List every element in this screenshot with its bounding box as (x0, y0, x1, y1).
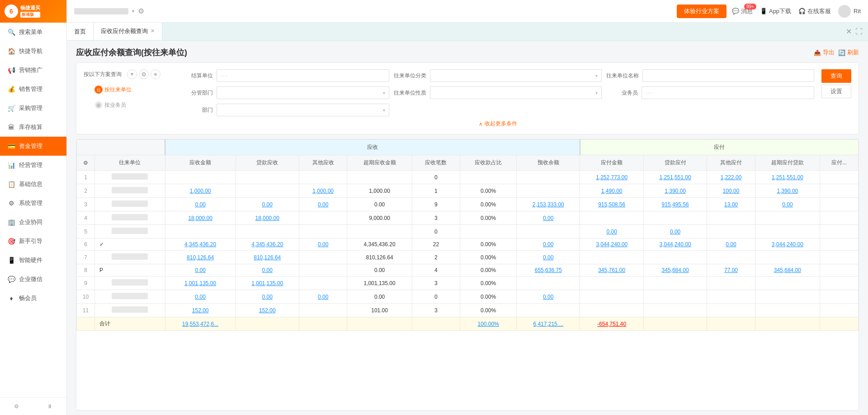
tab-home[interactable]: 首页 (67, 23, 94, 40)
table-row: 500.000.00 (77, 225, 859, 239)
unit-name-input[interactable] (642, 69, 814, 82)
table-row: 7810,126.64810,126.64810,126.6420.00%0.0… (77, 251, 859, 264)
sidebar-settings-btn[interactable]: ⚙ (10, 401, 23, 411)
blurred-name (112, 228, 148, 234)
page-actions: 📤 导出 🔄 刷新 (814, 48, 859, 57)
filter-by-staff[interactable]: 按 按业务员 (91, 99, 130, 111)
sidebar-item-inventory[interactable]: 🏛 库存核算 (0, 118, 66, 137)
chevron-down-icon2: ▾ (383, 91, 385, 95)
sidebar-item-quicknav[interactable]: 🏠 快捷导航 (0, 42, 66, 61)
col-qt-ys: 其他应收 (299, 155, 347, 171)
filter-unit-category: 往来单位分类 ▾ (394, 69, 602, 82)
col-group-empty (77, 140, 165, 155)
system-icon: ⚙ (7, 200, 15, 207)
table-container[interactable]: 应收 应付 ⚙ 往来单位 应收金额 贷款应收 其他应收 超期应收金额 (76, 139, 859, 410)
blurred-name (112, 214, 148, 220)
member-icon: ♦ (7, 295, 15, 302)
sidebar-item-hardware[interactable]: 📱 智能硬件 (0, 251, 66, 270)
logo-badge: 标准版 (20, 12, 40, 18)
filter-jiesuan-unit: 结算单位 ··· (181, 69, 389, 82)
jiesuan-unit-input[interactable]: ··· (217, 69, 389, 82)
table-settings-icon[interactable]: ⚙ (83, 160, 88, 166)
sidebar-item-corp[interactable]: 🏢 企业协同 (0, 213, 66, 232)
user-area[interactable]: Rit (838, 5, 861, 18)
dept-dropdown[interactable]: ▾ (217, 86, 389, 99)
sidebar-item-member[interactable]: ♦ 畅会员 (0, 289, 66, 308)
collapse-arrow-icon: ∧ (479, 121, 483, 127)
user-name: Rit (854, 8, 861, 14)
online-service-btn[interactable]: 🎧 在线客服 (798, 7, 831, 15)
settings-header-icon[interactable]: ⚙ (138, 7, 144, 15)
export-button[interactable]: 📤 导出 (814, 48, 835, 57)
filter-unit-name: 往来单位名称 (606, 69, 814, 82)
collapse-more-btn[interactable]: ∧ 收起更多条件 (479, 120, 517, 128)
filter-label: 按以下方案查询 (84, 71, 122, 78)
tab-expand-icon[interactable]: ⛶ (855, 28, 863, 36)
filter-area: 按以下方案查询 + ⊙ « 往 (76, 62, 859, 134)
filter-dept: 分管部门 ▾ (181, 86, 389, 99)
main-content: ▾ ⚙ 体验行业方案 💬 消息 99+ 📱 App下载 🎧 在线客服 (67, 0, 868, 415)
filter-salesperson: 业务员 ··· (606, 86, 814, 99)
sidebar-item-operation[interactable]: 📊 经营管理 (0, 156, 66, 175)
logo-name: 畅捷通买 (20, 5, 40, 11)
sidebar-item-wechat[interactable]: 💬 企业微信 (0, 270, 66, 289)
blurred-name (112, 187, 148, 193)
sidebar-item-search[interactable]: 🔍 搜索菜单 (0, 23, 66, 42)
col-yf-etc: 应付... (820, 155, 859, 171)
promo-button[interactable]: 体验行业方案 (677, 5, 726, 18)
table-row: 100.000.000.000.0000.00%0.00 (77, 290, 859, 304)
sales-icon: 💰 (7, 86, 15, 93)
corp-icon: 🏢 (7, 219, 15, 226)
col-group-yingfu: 应付 (580, 140, 859, 155)
sidebar-item-system[interactable]: ⚙ 系统管理 (0, 194, 66, 213)
filter-subdept: 部门 ▾ (181, 104, 389, 116)
sidebar-item-purchase[interactable]: 🛒 采购管理 (0, 99, 66, 118)
operation-icon: 📊 (7, 162, 15, 169)
col-dk-ys: 贷款应收 (236, 155, 299, 171)
tab-bar: 首页 应收应付余额查询 ✕ ✕ ⛶ (67, 23, 868, 41)
sidebar-collapse-btn[interactable]: ⏸ (43, 401, 56, 411)
content-area: 应收应付余额查询(按往来单位) 📤 导出 🔄 刷新 (67, 41, 868, 415)
blurred-name (112, 253, 148, 260)
col-unit: 往来单位 (95, 155, 165, 171)
filter-fields: 结算单位 ··· 往来单位分类 ▾ (181, 69, 814, 116)
salesperson-input[interactable]: ··· (642, 86, 814, 99)
sidebar-item-guide[interactable]: 🎯 新手引导 (0, 232, 66, 251)
marketing-icon: 📢 (7, 67, 15, 74)
tab-close-all-icon[interactable]: ✕ (846, 27, 852, 36)
filter-collapse-btn[interactable]: « (151, 69, 160, 79)
unit-option-icon: 往 (94, 86, 103, 94)
col-qt-yf: 其他应付 (707, 155, 755, 171)
blurred-name (112, 306, 148, 313)
staff-option-icon: 按 (94, 101, 103, 109)
app-download-btn[interactable]: 📱 App下载 (760, 7, 791, 15)
tab-query[interactable]: 应收应付余额查询 ✕ (94, 23, 162, 40)
filter-settings-btn[interactable]: ⊙ (139, 69, 149, 79)
col-yf-je: 应付金额 (580, 155, 643, 171)
sidebar-item-sales[interactable]: 💰 销售管理 (0, 80, 66, 99)
breadcrumb-dropdown-icon[interactable]: ▾ (132, 9, 134, 14)
filter-by-unit[interactable]: 往 按往来单位 (91, 84, 135, 95)
sidebar-item-finance[interactable]: 💳 资金管理 (0, 137, 66, 156)
notification-btn[interactable]: 💬 消息 99+ (732, 7, 753, 15)
chevron-down-icon3: ▾ (595, 91, 598, 95)
col-settings[interactable]: ⚙ (77, 155, 95, 171)
tab-close-icon[interactable]: ✕ (151, 28, 155, 34)
subdept-dropdown[interactable]: ▾ (217, 104, 389, 116)
sidebar-item-basic[interactable]: 📋 基础信息 (0, 175, 66, 194)
query-button[interactable]: 查询 (821, 69, 851, 83)
unit-category-dropdown[interactable]: ▾ (430, 69, 602, 82)
hardware-icon: 📱 (7, 257, 15, 264)
blurred-name (112, 293, 148, 299)
add-filter-btn[interactable]: + (127, 69, 137, 79)
set-button[interactable]: 设置 (821, 85, 851, 98)
page-title: 应收应付余额查询(按往来单位) (76, 47, 187, 58)
sidebar-item-marketing[interactable]: 📢 营销推广 (0, 61, 66, 80)
purchase-icon: 🛒 (7, 105, 15, 112)
unit-nature-dropdown[interactable]: ▾ (430, 86, 602, 99)
chevron-down-icon: ▾ (595, 73, 598, 78)
page-header: 应收应付余额查询(按往来单位) 📤 导出 🔄 刷新 (67, 41, 868, 58)
col-ys-je: 应收金额 (165, 155, 236, 171)
refresh-button[interactable]: 🔄 刷新 (838, 48, 859, 57)
header-right: 💬 消息 99+ 📱 App下载 🎧 在线客服 Rit (732, 5, 861, 18)
